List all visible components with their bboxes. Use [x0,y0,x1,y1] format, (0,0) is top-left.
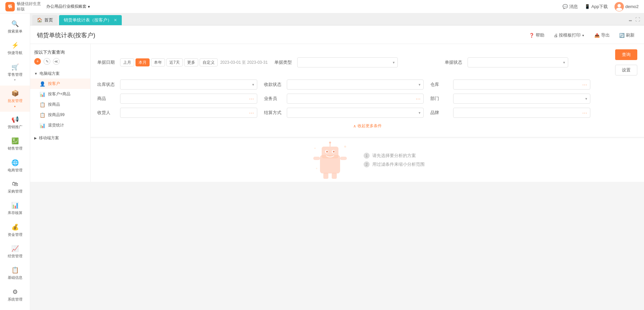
app-download-button[interactable]: 📱 App下载 [585,4,608,10]
add-scheme-button[interactable]: + [34,58,41,65]
salesperson-more-icon[interactable]: ··· [416,96,421,101]
sidebar-item-finance[interactable]: 💰 资金管理 [0,219,30,241]
sales-icon: 💹 [11,137,19,145]
date-custom-btn[interactable]: 自定义 [200,58,218,66]
message-button[interactable]: 💬 消息 [562,4,578,10]
scheme-item-by-goods[interactable]: 📋 按商品 [30,99,90,110]
svg-rect-13 [340,157,347,160]
date-this-year-btn[interactable]: 本年 [151,58,165,66]
sidebar-item-inventory[interactable]: 📊 库存核算 [0,198,30,219]
warehouse-more-icon[interactable]: ··· [582,82,587,87]
industry-selector[interactable]: 办公用品行业模拟账套 ▾ [44,4,93,9]
purchase-icon: 🛍 [12,180,18,188]
order-status-select[interactable]: ▾ [468,57,568,67]
sidebar-item-search-menu[interactable]: 🔍 搜索菜单 [0,16,30,38]
empty-state: 1 请先选择要分析的方案 2 用过滤条件来缩小分析范围 [91,138,644,182]
scheme-group-toggle[interactable]: ▼ 电脑端方案 [30,69,90,79]
page-body: 按以下方案查询 + ✎ ≪ ▼ 电脑端方案 [30,44,644,182]
collapse-bar[interactable]: ∧ 收起更多条件 [97,120,637,132]
select-arrow-icon: ▾ [393,60,395,65]
scheme-item-by-goods-99[interactable]: 📋 按商品99 [30,110,90,120]
tab-home[interactable]: 🏠 首页 [32,15,58,25]
wholesale-icon: 📦 [11,90,19,97]
tab-sales-report[interactable]: 销货单统计表（按客户） ✕ [59,15,122,25]
customer-icon: 👤 [40,81,45,87]
sidebar: 🔍 搜索菜单 ⚡ 快捷导航 🛒 零售管理 ▾ 📦 批发管理 ▴ 📢 营销推广 [0,13,30,310]
date-last-month-btn[interactable]: 上月 [120,58,134,66]
svg-point-14 [314,148,316,149]
settlement-filter: 结算方式 ▾ [264,108,424,118]
filter-row-3: 商品 ··· 业务员 [97,94,637,104]
scheme-group-mobile: ▶ 移动端方案 [30,132,90,144]
sidebar-item-wholesale[interactable]: 📦 批发管理 ▴ [0,86,30,112]
goods-select[interactable]: ··· [120,94,257,104]
filter-row-2: 出库状态 ▾ 收款状态 [97,80,637,90]
settlement-select[interactable]: ▾ [287,108,424,118]
date-7days-btn[interactable]: 近7天 [166,58,183,66]
sidebar-item-ecommerce[interactable]: 🌐 电商管理 [0,155,30,176]
sidebar-item-quick-nav[interactable]: ⚡ 快捷导航 [0,38,30,59]
select-arrow-icon-2: ▾ [563,60,565,65]
minimize-icon[interactable]: 🗕 [628,17,633,22]
chevron-up-icon: ▴ [14,104,16,108]
scheme-panel-header: 按以下方案查询 [30,47,90,58]
sidebar-item-system[interactable]: ⚙ 系统管理 [0,284,30,306]
sidebar-item-purchase[interactable]: 🛍 采购管理 [0,176,30,198]
scheme-item-by-customer-goods[interactable]: 📊 按客户+商品 [30,89,90,99]
collapse-scheme-button[interactable]: ≪ [53,58,60,65]
main-area: 🔍 搜索菜单 ⚡ 快捷导航 🛒 零售管理 ▾ 📦 批发管理 ▴ 📢 营销推广 [0,13,644,310]
marketing-icon: 📢 [11,116,19,123]
triangle-icon: ▼ [34,72,38,75]
export-icon: 📤 [594,33,600,38]
order-type-select[interactable]: ▾ [297,57,398,67]
top-header: 畅 畅捷信好生意 标版 办公用品行业模拟账套 ▾ 💬 消息 📱 App下载 [0,0,644,13]
tab-close-button[interactable]: ✕ [114,18,117,22]
receiver-select[interactable]: ··· [120,108,257,118]
sidebar-item-enterprise[interactable]: 🤝 企业协同 [0,306,30,310]
help-button[interactable]: ❓ 帮助 [526,31,547,40]
order-type-filter: 单据类型 ▾ [274,57,438,67]
print-button[interactable]: 🖨 按模板打印 ▾ [551,31,588,40]
right-panel: 单据日期 上月 本月 本年 近7天 更多 自定义 2023-03-01 至 20… [91,44,644,182]
scheme-mobile-toggle[interactable]: ▶ 移动端方案 [30,133,90,143]
department-select[interactable]: ▾ [453,94,590,104]
print-dropdown-arrow[interactable]: ▾ [581,34,585,37]
goods-more-icon[interactable]: ··· [249,96,254,101]
collection-status-select[interactable]: ▾ [287,80,424,90]
svg-rect-11 [332,173,337,179]
out-status-filter: 出库状态 ▾ [97,80,257,90]
filter-row-4: 收货人 ··· 结算方式 [97,108,637,118]
collection-arrow: ▾ [419,83,421,87]
receiver-filter: 收货人 ··· [97,108,257,118]
message-icon: 💬 [562,4,568,9]
sidebar-item-basic-info[interactable]: 📋 基础信息 [0,262,30,284]
brand-more-icon[interactable]: ··· [582,110,587,115]
date-this-month-btn[interactable]: 本月 [136,58,150,66]
scheme-item-return-stats[interactable]: 📊 退货统计 [30,120,90,131]
svg-rect-12 [313,157,320,160]
out-status-select[interactable]: ▾ [120,80,257,90]
svg-point-9 [329,142,331,144]
retail-icon: 🛒 [11,63,19,71]
query-button[interactable]: 查询 [615,49,637,60]
sidebar-item-retail[interactable]: 🛒 零售管理 ▾ [0,59,30,86]
receiver-more-icon[interactable]: ··· [249,110,254,115]
maximize-icon[interactable]: ⛶ [635,17,640,22]
help-icon: ❓ [529,33,534,38]
scheme-item-by-customer[interactable]: 👤 按客户 [30,79,90,89]
date-more-btn[interactable]: 更多 [184,58,198,66]
triangle-right-icon: ▶ [34,136,37,140]
sidebar-item-operation[interactable]: 📈 经营管理 [0,241,30,262]
salesperson-select[interactable]: ··· [287,94,424,104]
sidebar-item-marketing[interactable]: 📢 营销推广 [0,112,30,133]
sidebar-item-sales[interactable]: 💹 销售管理 [0,133,30,155]
edit-scheme-button[interactable]: ✎ [44,58,50,65]
refresh-button[interactable]: 🔄 刷新 [616,31,637,40]
filter-row-1: 单据日期 上月 本月 本年 近7天 更多 自定义 2023-03-01 至 20… [97,49,637,75]
brand-select[interactable]: ··· [453,108,590,118]
settings-button[interactable]: 设置 [615,65,637,75]
user-profile[interactable]: demo2 [614,2,639,11]
export-button[interactable]: 📤 导出 [592,31,612,40]
tab-bar: 🏠 首页 销货单统计表（按客户） ✕ 🗕 ⛶ [30,13,644,25]
warehouse-select[interactable]: ··· [453,80,590,90]
